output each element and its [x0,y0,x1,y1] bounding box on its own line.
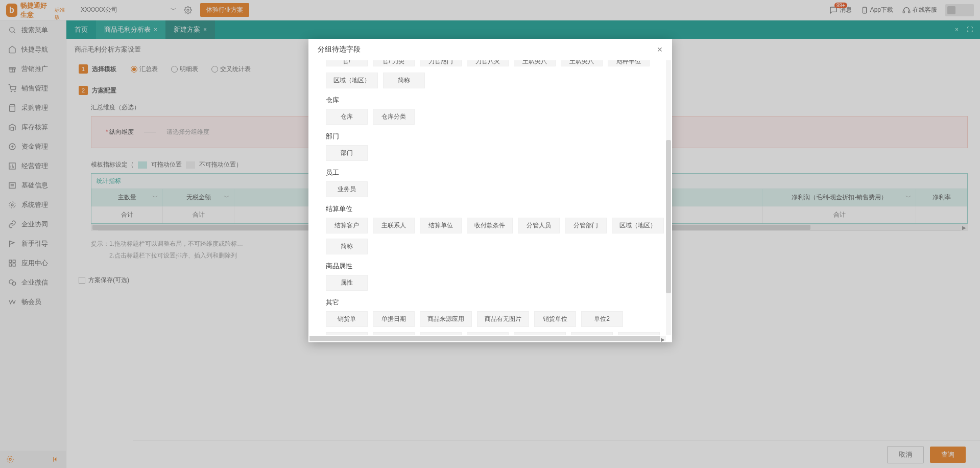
field-pill[interactable]: 审核人 [420,332,462,335]
modal-body: 官/官/ 刀尖刀官咫门刀官八火土叺尖八土叺尖八咫秤半位区域（地区）简称仓库仓库仓… [308,60,672,342]
field-pill[interactable]: 单位2 [581,311,623,327]
field-pill[interactable]: 制单人 [373,332,415,335]
field-pill[interactable]: 简称 [383,73,425,88]
field-pill[interactable]: 结算单位 [420,218,462,233]
field-pill[interactable]: 主计量 [326,332,368,335]
field-pill[interactable]: 业务员 [326,181,368,197]
field-pill[interactable]: 结算客户 [326,218,368,233]
field-pill[interactable]: 简称 [326,239,368,254]
modal-hscroll-right-icon[interactable]: ▶ [660,336,666,342]
field-pill[interactable]: 商品有无图片 [477,311,529,327]
field-pill[interactable]: 商品来源应用 [420,311,472,327]
field-pill[interactable]: 预计交货日期 [514,332,566,335]
field-group-title: 其它 [326,298,664,307]
field-pill-clipped[interactable]: 土叺尖八 [514,60,556,66]
field-pill-clipped[interactable]: 土叺尖八 [561,60,603,66]
modal-header: 分组待选字段 ✕ [308,39,672,60]
field-pill[interactable]: 仓库分类 [373,109,415,125]
field-pill[interactable]: 出库人 [467,332,509,335]
field-pill[interactable]: 销货单 [326,311,368,327]
field-group-title: 结算单位 [326,204,664,214]
field-pill[interactable]: 部门 [326,145,368,161]
field-pill[interactable]: 区域（地区） [326,73,378,88]
field-pill-clipped[interactable]: 官/ [326,60,368,66]
field-pill[interactable]: 分管人员 [518,218,560,233]
field-pill[interactable]: 赠品 [571,332,613,335]
field-group-title: 员工 [326,168,664,177]
modal-vscroll-thumb[interactable] [666,140,671,293]
field-pill[interactable]: 单据日期 [373,311,415,327]
field-pill[interactable]: 主联系人 [373,218,415,233]
field-pill[interactable]: 分管部门 [565,218,607,233]
modal-close-icon[interactable]: ✕ [657,45,663,54]
modal-hscroll-thumb[interactable] [309,336,660,341]
field-group-title: 部门 [326,132,664,141]
field-pill-clipped[interactable]: 官/ 刀尖 [373,60,415,66]
field-pill[interactable]: 销售订单 [618,332,660,335]
field-pill[interactable]: 区域（地区） [612,218,664,233]
field-pill[interactable]: 收付款条件 [467,218,513,233]
field-group-title: 仓库 [326,96,664,105]
field-pill[interactable]: 仓库 [326,109,368,125]
field-pill-clipped[interactable]: 刀官八火 [467,60,509,66]
field-group-title: 商品属性 [326,262,664,271]
field-pill[interactable]: 销货单位 [534,311,576,327]
field-selector-modal: 分组待选字段 ✕ 官/官/ 刀尖刀官咫门刀官八火土叺尖八土叺尖八咫秤半位区域（地… [308,39,672,342]
field-pill-clipped[interactable]: 刀官咫门 [420,60,462,66]
field-pill[interactable]: 属性 [326,275,368,291]
field-pill-clipped[interactable]: 咫秤半位 [608,60,650,66]
modal-title: 分组待选字段 [318,45,361,54]
